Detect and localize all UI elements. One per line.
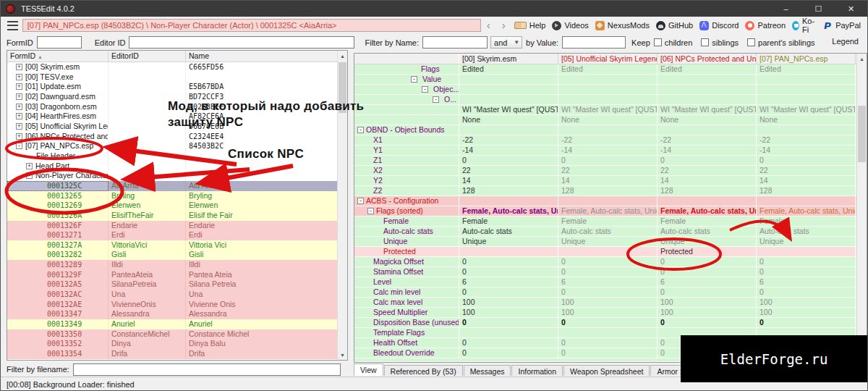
- tree-row[interactable]: +[03] Dragonborn.esmA0283BEF: [7, 102, 339, 112]
- filter-by-filename-input[interactable]: [73, 363, 341, 376]
- tree-row[interactable]: File Header: [7, 151, 339, 161]
- record-column-header[interactable]: [05] Unofficial Skyrim Legendary ...: [558, 54, 658, 64]
- collapse-icon[interactable]: -: [433, 96, 439, 103]
- checkbox-children[interactable]: [654, 38, 662, 46]
- column-header-editorid[interactable]: EditorID: [109, 51, 186, 62]
- scroll-thumb[interactable]: [339, 62, 346, 113]
- menu-icon[interactable]: [7, 21, 18, 30]
- tree-row[interactable]: -Non-Player Character (Actor): [7, 171, 339, 181]
- record-column-header[interactable]: [06] NPCs Protected and Uncappe...: [658, 54, 757, 64]
- record-column-header[interactable]: [07] PAN_NPCs.esp: [757, 54, 856, 64]
- collapse-icon[interactable]: -: [16, 143, 22, 149]
- tree-row-npc[interactable]: 00013349AnurielAnuriel: [7, 319, 339, 329]
- compare-row[interactable]: Z10000: [354, 156, 858, 166]
- tab-information[interactable]: Information: [511, 365, 563, 376]
- right-scrollbar[interactable]: ▲ ▼: [856, 54, 867, 362]
- scroll-thumb[interactable]: [858, 106, 866, 162]
- breadcrumb[interactable]: [07] PAN_NPCs.esp (84503B2C) \ Non-Playe…: [22, 19, 481, 32]
- tree-row-npc[interactable]: 00013350ConstanceMichelConstance Michel: [7, 329, 339, 340]
- compare-row[interactable]: Calc max level100100100100: [354, 298, 858, 308]
- compare-row[interactable]: X1-22-22-22-22: [354, 135, 858, 146]
- tree-row-npc[interactable]: 00013282GisliGisli: [7, 250, 339, 260]
- tree-row-npc[interactable]: 00013354DrifaDrifa: [7, 349, 339, 359]
- tree-row[interactable]: +[00] Skyrim.esmC665FD56: [7, 62, 339, 72]
- tab-referenced-by-53-[interactable]: Referenced By (53): [384, 365, 463, 376]
- compare-row[interactable]: -Value: [354, 75, 858, 85]
- toolbar-link-videos[interactable]: Videos: [552, 21, 588, 30]
- scroll-up-icon[interactable]: ▲: [338, 51, 347, 61]
- tree-row[interactable]: +[02] Dawnguard.esmBD72CCF3: [7, 92, 339, 102]
- compare-row[interactable]: NoneNoneNoneNone: [354, 115, 858, 125]
- tree-row[interactable]: +[05] Unofficial Skyrim Legendary Editio…: [7, 122, 339, 132]
- toolbar-link-nexusmods[interactable]: NexusMods: [595, 21, 650, 30]
- tree-row-npc[interactable]: 00013269ElenwenElenwen: [7, 201, 339, 211]
- toolbar-link-patreon[interactable]: Patreon: [745, 21, 786, 30]
- scroll-up-icon[interactable]: ▲: [857, 54, 867, 64]
- compare-row[interactable]: Y1-14-14-14-14: [354, 146, 858, 156]
- tree-row[interactable]: +[01] Update.esmE5B67BDA: [7, 82, 339, 92]
- expand-icon[interactable]: +: [16, 74, 22, 80]
- formid-input[interactable]: [37, 36, 82, 49]
- record-column-header[interactable]: [00] Skyrim.esm: [459, 54, 558, 64]
- toolbar-link-ko-fi[interactable]: Ko-Fi: [792, 17, 817, 34]
- collapse-icon[interactable]: -: [357, 127, 364, 133]
- compare-row[interactable]: Stamina Offset0000: [354, 267, 858, 277]
- collapse-icon[interactable]: -: [357, 198, 364, 204]
- tab-weapon-spreadsheet[interactable]: Weapon Spreadsheet: [563, 365, 650, 376]
- expand-icon[interactable]: +: [16, 133, 22, 140]
- tree-row-npc[interactable]: 0001329FPanteaAteiaPantea Ateia: [7, 270, 339, 280]
- compare-row[interactable]: FlagsEditedEditedEditedEdited: [354, 64, 858, 75]
- tree-row-npc[interactable]: 00013352DinyaDinya Balu: [7, 339, 339, 349]
- tree-row[interactable]: +[06] NPCs Protected and Uncapped.espC23…: [7, 132, 339, 142]
- collapse-icon[interactable]: -: [367, 208, 374, 214]
- legend-button[interactable]: Legend: [832, 37, 859, 46]
- scroll-down-icon[interactable]: ▼: [338, 350, 347, 360]
- filter-operator-select[interactable]: and▼: [490, 36, 522, 49]
- expand-icon[interactable]: +: [16, 123, 22, 130]
- tree-row[interactable]: +[00] TESV.exe: [7, 72, 339, 83]
- filter-by-value-input[interactable]: [562, 36, 626, 49]
- close-button[interactable]: ✕: [835, 1, 867, 17]
- compare-row[interactable]: Speed Multiplier100100100100: [354, 308, 858, 318]
- compare-row[interactable]: -Flags (sorted)Female, Auto-calc stats, …: [354, 206, 858, 216]
- tree-row-npc[interactable]: 00013271ErdiErdi: [7, 230, 339, 240]
- checkbox-siblings[interactable]: [701, 38, 709, 46]
- nav-back-icon[interactable]: ‹: [481, 19, 496, 32]
- expand-icon[interactable]: +: [16, 93, 22, 100]
- tree-row[interactable]: +Head Part: [7, 161, 339, 172]
- tree-row-npc[interactable]: 0001325CAiaArriaAia Arria: [7, 181, 339, 191]
- tree-row-npc[interactable]: 0001327AVittoriaViciVittoria Vici: [7, 240, 339, 251]
- collapse-icon[interactable]: -: [422, 86, 428, 93]
- tree-row-npc[interactable]: 00013265BrylingBryling: [7, 191, 339, 201]
- compare-row[interactable]: -ACBS - Configuration: [354, 196, 858, 206]
- tab-view[interactable]: View: [354, 363, 383, 376]
- compare-row[interactable]: ProtectedProtected: [354, 247, 858, 257]
- toolbar-link-discord[interactable]: Discord: [699, 21, 739, 30]
- filter-by-name-input[interactable]: [422, 36, 488, 49]
- checkbox-parent-s-siblings[interactable]: [747, 38, 755, 46]
- compare-row[interactable]: Level6666: [354, 277, 858, 287]
- compare-row[interactable]: WI "Master WI quest" [QUST:000...WI "Mas…: [354, 105, 858, 115]
- compare-row[interactable]: UniqueUniqueUniqueUniqueUnique: [354, 237, 858, 247]
- compare-row[interactable]: -O...: [354, 95, 858, 105]
- expand-icon[interactable]: +: [16, 64, 22, 70]
- tree-row-npc[interactable]: 000132AEVivienneOnisVivienne Onis: [7, 300, 339, 310]
- toolbar-link-help[interactable]: Help: [514, 21, 546, 30]
- compare-row[interactable]: FemaleFemaleFemaleFemaleFemale: [354, 216, 858, 227]
- maximize-button[interactable]: ☐: [802, 1, 835, 17]
- column-header-formid[interactable]: FormID ▲: [7, 51, 109, 62]
- compare-row[interactable]: X222222222: [354, 166, 858, 176]
- expand-icon[interactable]: +: [16, 104, 22, 110]
- tab-messages[interactable]: Messages: [464, 365, 511, 376]
- tree-row-npc[interactable]: 00013347AlessandraAlessandra: [7, 309, 339, 319]
- tree-row-npc[interactable]: 000132A5SilanaPetreiaSilana Petreia: [7, 279, 339, 290]
- compare-row[interactable]: Calc min level0000: [354, 287, 858, 298]
- compare-row[interactable]: Disposition Base (unused)0000: [354, 318, 858, 328]
- compare-row[interactable]: Auto-calc statsAuto-calc statsAuto-calc …: [354, 227, 858, 237]
- tree-row-npc[interactable]: 0001326FEndarieEndarie: [7, 221, 339, 231]
- tree-row[interactable]: +[04] HearthFires.esmAF82CE6A: [7, 112, 339, 122]
- editorid-input[interactable]: [129, 36, 354, 49]
- compare-row[interactable]: -Objec...: [354, 85, 858, 95]
- compare-row[interactable]: Y214141414: [354, 176, 858, 186]
- nav-forward-icon[interactable]: ›: [496, 19, 511, 32]
